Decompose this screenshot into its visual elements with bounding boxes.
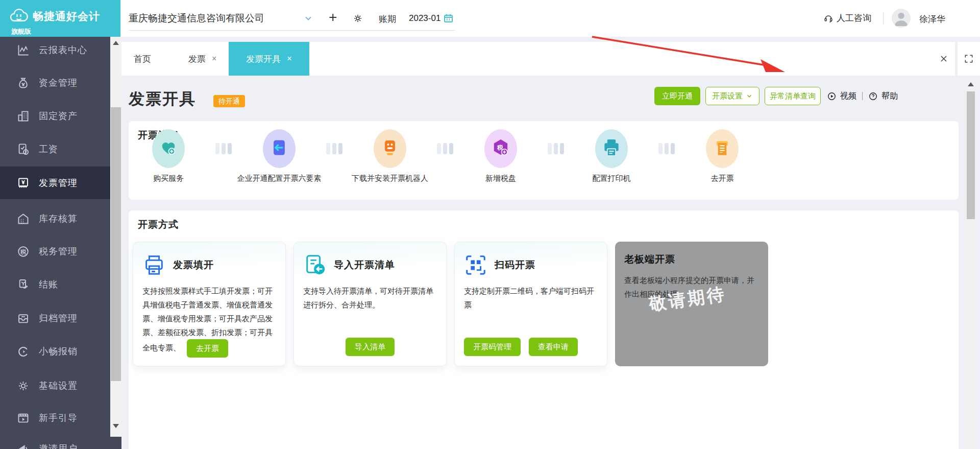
main-scroll-thumb[interactable]: [967, 91, 975, 219]
video-help-links: 视频 帮助: [827, 87, 898, 105]
sidebar-item-5[interactable]: 发票管理: [0, 167, 110, 199]
reimburse-icon: [16, 345, 30, 359]
sidebar-item-label: 小畅报销: [39, 345, 78, 358]
step-connector-icon: [436, 143, 454, 154]
video-link[interactable]: 视频: [840, 91, 856, 102]
sidebar-item-10[interactable]: 小畅报销: [0, 337, 110, 366]
printer-icon: [601, 137, 622, 160]
tab-3[interactable]: 发票开具×: [229, 42, 309, 76]
process-step-1: [152, 129, 185, 168]
sidebar-item-9[interactable]: 归档管理: [0, 304, 110, 333]
sidebar-item-13[interactable]: 邀请用户: [0, 434, 110, 449]
sidebar-item-label: 资金管理: [39, 77, 78, 89]
invoice-icon: [16, 176, 30, 190]
close-tab-button[interactable]: [933, 42, 955, 76]
question-circle-icon: [868, 91, 878, 101]
sidebar-item-label: 云报表中心: [39, 44, 87, 56]
sidebar-item-label: 税务管理: [39, 245, 78, 257]
card-buttons-row: 开票码管理查看申请: [455, 338, 607, 356]
sidebar-item-7[interactable]: 税税务管理: [0, 237, 110, 266]
step-connector-icon: [325, 143, 344, 154]
main-scrollbar[interactable]: [966, 79, 975, 449]
svg-text:税: 税: [20, 249, 27, 255]
close-icon: [939, 54, 949, 64]
building-icon: [16, 109, 30, 123]
card-action-button[interactable]: 查看申请: [529, 338, 578, 356]
sidebar-item-12[interactable]: 新手引导: [0, 404, 110, 432]
open-now-button[interactable]: 立即开通: [654, 87, 700, 105]
process-step-5: [595, 129, 628, 168]
report-chart-icon: [16, 43, 30, 57]
process-step-label: 去开票: [664, 174, 781, 183]
scan-qr-icon: [464, 253, 487, 277]
tab-close-icon[interactable]: ×: [287, 54, 291, 63]
heart-plus-icon: [158, 137, 179, 160]
brand-edition: 旗舰版: [11, 27, 31, 36]
sidebar-item-6[interactable]: 库存核算: [0, 204, 110, 233]
sidebar-item-label: 归档管理: [39, 312, 78, 324]
tab-bar: 首页发票×发票开具×: [121, 42, 980, 76]
sidebar-item-label: 固定资产: [39, 110, 78, 122]
process-step-label: 企业开通配置开票六要素: [220, 174, 338, 183]
scroll-up-icon[interactable]: [968, 82, 974, 86]
sidebar-item-8[interactable]: 结账: [0, 270, 110, 299]
sidebar-scroll-thumb[interactable]: [111, 107, 121, 381]
sidebar-item-4[interactable]: 工资: [0, 135, 110, 163]
sidebar-item-11[interactable]: 基础设置: [0, 371, 110, 400]
sidebar-item-label: 邀请用户: [39, 442, 78, 449]
cloud-logo-icon: [8, 6, 30, 27]
video-icon: [16, 411, 30, 425]
sidebar-scrollbar[interactable]: [110, 37, 121, 437]
sidebar-item-label: 工资: [39, 143, 58, 155]
sidebar-item-2[interactable]: 资金管理: [0, 68, 110, 97]
scroll-up-icon[interactable]: [113, 41, 119, 45]
closing-icon: [16, 278, 30, 292]
page-title: 发票开具: [129, 88, 196, 110]
gear-icon[interactable]: [352, 13, 363, 24]
gear-icon: [16, 379, 30, 393]
chevron-down-icon[interactable]: [303, 13, 313, 23]
abnormal-list-button[interactable]: 异常清单查询: [765, 87, 821, 105]
method-card-title: 导入开票清单: [334, 258, 395, 272]
divider: [883, 12, 884, 25]
process-step-label: 新增税盘: [442, 174, 559, 183]
top-bar: 重庆畅捷交通信息咨询有限公司 + 账期 2023-01 人工咨询 徐泽华: [0, 0, 980, 37]
company-selector[interactable]: 重庆畅捷交通信息咨询有限公司: [129, 12, 264, 25]
sidebar-item-3[interactable]: 固定资产: [0, 102, 110, 130]
tab-2[interactable]: 发票×: [188, 42, 216, 76]
help-link[interactable]: 帮助: [881, 91, 898, 102]
sidebar-item-label: 结账: [39, 278, 58, 291]
fullscreen-button[interactable]: [958, 42, 980, 76]
import-list-icon: [303, 253, 327, 277]
sidebar-item-1[interactable]: 云报表中心: [0, 36, 110, 64]
method-card-1: 发票填开支持按照发票样式手工填开发票；可开具增值税电子普通发票、增值税普通发票、…: [133, 242, 286, 366]
warehouse-icon: [16, 212, 30, 226]
process-step-3: [374, 129, 406, 168]
card-action-button[interactable]: 开票码管理: [464, 338, 521, 356]
card-action-button[interactable]: 导入清单: [346, 338, 395, 356]
support-link[interactable]: 人工咨询: [823, 12, 871, 24]
tab-1[interactable]: 首页: [134, 42, 151, 76]
scroll-down-icon[interactable]: [113, 424, 119, 428]
username[interactable]: 徐泽华: [919, 13, 945, 25]
brand-name: 畅捷通好会计: [33, 9, 100, 23]
tax-icon: 税: [16, 245, 30, 258]
section-title-methods: 开票方式: [138, 218, 179, 231]
avatar[interactable]: [892, 9, 911, 28]
step-connector-icon: [547, 143, 565, 154]
calendar-icon[interactable]: [443, 13, 454, 23]
tab-label: 发票开具: [246, 53, 281, 65]
card-action-button[interactable]: 去开票: [187, 339, 228, 358]
person-icon: [892, 9, 911, 28]
money-bag-icon: [16, 76, 30, 90]
app-root: 重庆畅捷交通信息咨询有限公司 + 账期 2023-01 人工咨询 徐泽华 畅捷通…: [0, 0, 980, 449]
method-card-title: 扫码开票: [495, 258, 535, 272]
process-step-label: 下载并安装开票机器人: [331, 174, 449, 183]
period-value[interactable]: 2023-01: [409, 13, 440, 23]
period-label: 账期: [379, 13, 396, 25]
tab-close-icon[interactable]: ×: [212, 54, 216, 63]
add-account-button[interactable]: +: [329, 9, 337, 26]
step-connector-icon: [214, 143, 233, 154]
invoice-settings-button[interactable]: 开票设置: [705, 87, 760, 105]
step-connector-icon: [657, 143, 676, 154]
